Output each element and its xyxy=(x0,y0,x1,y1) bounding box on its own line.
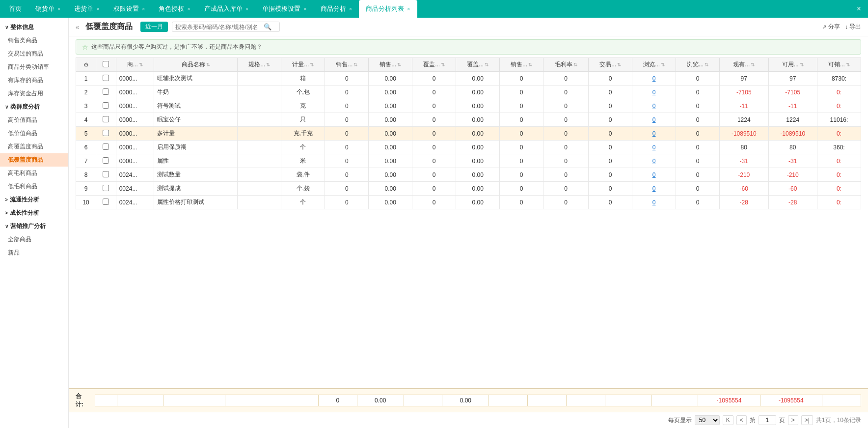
tab-sales-order[interactable]: 销货单 × xyxy=(28,0,67,18)
column-browse2[interactable]: 浏览...⇅ xyxy=(676,58,720,72)
column-name[interactable]: 商品名称⇅ xyxy=(154,58,238,72)
row-browse1[interactable]: 0 xyxy=(632,154,676,168)
row-stock-avail: -28 xyxy=(768,196,817,209)
column-stock-cur[interactable]: 现有...⇅ xyxy=(720,58,768,72)
last-page-button[interactable]: >| xyxy=(801,415,813,425)
next-page-button[interactable]: > xyxy=(788,415,798,425)
row-cover1: 0 xyxy=(412,72,456,86)
row-sales-days: 0 xyxy=(500,86,543,99)
sidebar-item-traded-goods[interactable]: 交易过的商品 xyxy=(0,47,68,60)
prev-page-button[interactable]: < xyxy=(736,415,747,425)
close-icon[interactable]: × xyxy=(142,6,145,12)
sidebar-item-high-coverage[interactable]: 高覆盖度商品 xyxy=(0,140,68,153)
tab-product-analysis-list[interactable]: 商品分析列表 × xyxy=(359,0,417,18)
row-browse1[interactable]: 0 xyxy=(632,86,676,99)
close-icon[interactable]: × xyxy=(349,6,352,12)
row-browse1[interactable]: 0 xyxy=(632,182,676,196)
row-browse2: 0 xyxy=(676,141,720,154)
column-sales-qty[interactable]: 销售...⇅ xyxy=(325,58,369,72)
tab-permission-settings[interactable]: 权限设置 × xyxy=(107,0,152,18)
column-browse1[interactable]: 浏览...⇅ xyxy=(632,58,676,72)
sidebar-item-low-value[interactable]: 低价值商品 xyxy=(0,127,68,140)
column-sales-amt[interactable]: 销售...⇅ xyxy=(369,58,412,72)
row-browse1[interactable]: 0 xyxy=(632,127,676,141)
row-sales-qty: 0 xyxy=(325,72,369,86)
row-checkbox[interactable] xyxy=(96,141,116,154)
sidebar-item-low-coverage[interactable]: 低覆盖度商品 xyxy=(0,153,68,167)
row-cover1: 0 xyxy=(412,168,456,182)
column-stock-avail[interactable]: 可用...⇅ xyxy=(768,58,817,72)
sidebar-item-category-sales-rate[interactable]: 商品分类动销率 xyxy=(0,60,68,74)
tab-role-auth[interactable]: 角色授权 × xyxy=(152,0,197,18)
sidebar-group-marketing[interactable]: ∨ 营销推广分析 xyxy=(0,220,68,233)
row-browse1[interactable]: 0 xyxy=(632,113,676,127)
sidebar-collapse-button[interactable]: « xyxy=(76,23,80,31)
row-checkbox[interactable] xyxy=(96,72,116,86)
row-checkbox[interactable] xyxy=(96,113,116,127)
close-icon[interactable]: × xyxy=(303,6,306,12)
column-trade[interactable]: 交易...⇅ xyxy=(589,58,632,72)
row-checkbox[interactable] xyxy=(96,127,116,141)
sidebar-group-cluster[interactable]: ∨ 类群度分析 xyxy=(0,100,68,114)
row-gross-rate: 0 xyxy=(543,168,589,182)
tab-home[interactable]: 首页 xyxy=(2,0,28,18)
column-settings[interactable]: ⚙ xyxy=(76,58,96,72)
column-stock-sale[interactable]: 可销...⇅ xyxy=(817,58,861,72)
tab-purchase-order[interactable]: 进货单 × xyxy=(67,0,106,18)
sidebar-item-new-goods[interactable]: 新品 xyxy=(0,246,68,259)
row-checkbox[interactable] xyxy=(96,168,116,182)
close-icon[interactable]: × xyxy=(187,6,190,12)
select-all-checkbox[interactable] xyxy=(103,61,109,67)
row-sales-amt: 0.00 xyxy=(369,72,412,86)
column-code[interactable]: 商...⇅ xyxy=(116,58,154,72)
column-sales-days[interactable]: 销售...⇅ xyxy=(500,58,543,72)
row-checkbox[interactable] xyxy=(96,182,116,196)
column-gross-rate[interactable]: 毛利率⇅ xyxy=(543,58,589,72)
data-table-wrapper[interactable]: ⚙ 商...⇅ 商品名称⇅ 规格...⇅ 计量...⇅ 销售...⇅ 销售...… xyxy=(69,57,868,388)
export-button[interactable]: ↓ 导出 xyxy=(845,23,861,31)
sidebar-item-high-profit[interactable]: 高毛利商品 xyxy=(0,167,68,180)
sidebar-item-stock-capital[interactable]: 库存资金占用 xyxy=(0,87,68,100)
close-icon[interactable]: × xyxy=(245,6,248,12)
tab-product-storage[interactable]: 产成品入库单 × xyxy=(197,0,255,18)
sidebar-section-group-analysis: ∨ 类群度分析 高价值商品 低价值商品 高覆盖度商品 低覆盖度商品 高毛利商品 … xyxy=(0,100,68,193)
search-input[interactable] xyxy=(175,24,264,30)
row-browse1[interactable]: 0 xyxy=(632,99,676,113)
tab-template-settings[interactable]: 单据模板设置 × xyxy=(255,0,313,18)
row-browse1[interactable]: 0 xyxy=(632,168,676,182)
row-code: 0024... xyxy=(116,196,154,209)
close-all-tabs-button[interactable]: × xyxy=(852,4,866,13)
row-stock-avail: -11 xyxy=(768,99,817,113)
share-button[interactable]: ↗ 分享 xyxy=(822,23,840,31)
row-stock-sale: 0: xyxy=(817,182,861,196)
row-checkbox[interactable] xyxy=(96,99,116,113)
first-page-button[interactable]: K xyxy=(723,415,733,425)
column-checkbox-header[interactable] xyxy=(96,58,116,72)
column-unit[interactable]: 计量...⇅ xyxy=(281,58,325,72)
row-browse1[interactable]: 0 xyxy=(632,72,676,86)
close-icon[interactable]: × xyxy=(96,6,99,12)
column-cover1[interactable]: 覆盖...⇅ xyxy=(412,58,456,72)
sidebar-item-sales-goods[interactable]: 销售类商品 xyxy=(0,34,68,47)
sidebar-item-low-profit[interactable]: 低毛利商品 xyxy=(0,180,68,193)
row-checkbox[interactable] xyxy=(96,196,116,209)
sidebar-group-overview[interactable]: ∨ 整体信息 xyxy=(0,21,68,34)
row-checkbox[interactable] xyxy=(96,154,116,168)
row-browse1[interactable]: 0 xyxy=(632,141,676,154)
sidebar-group-growth[interactable]: > 成长性分析 xyxy=(0,206,68,220)
row-browse1[interactable]: 0 xyxy=(632,196,676,209)
page-number-input[interactable] xyxy=(759,415,776,425)
tab-product-analysis[interactable]: 商品分析 × xyxy=(314,0,359,18)
column-spec[interactable]: 规格...⇅ xyxy=(238,58,281,72)
filter-period-button[interactable]: 近一月 xyxy=(140,22,168,32)
close-icon[interactable]: × xyxy=(57,6,60,12)
sidebar-item-all-goods[interactable]: 全部商品 xyxy=(0,233,68,246)
close-icon[interactable]: × xyxy=(407,6,410,12)
row-checkbox[interactable] xyxy=(96,86,116,99)
column-cover2[interactable]: 覆盖...⇅ xyxy=(456,58,500,72)
sidebar-group-circulation[interactable]: > 流通性分析 xyxy=(0,193,68,206)
sidebar-item-high-value[interactable]: 高价值商品 xyxy=(0,114,68,127)
per-page-select[interactable]: 50 20 100 200 xyxy=(695,415,720,425)
sidebar-item-stocked-goods[interactable]: 有库存的商品 xyxy=(0,74,68,87)
search-icon[interactable]: 🔍 xyxy=(264,23,271,30)
